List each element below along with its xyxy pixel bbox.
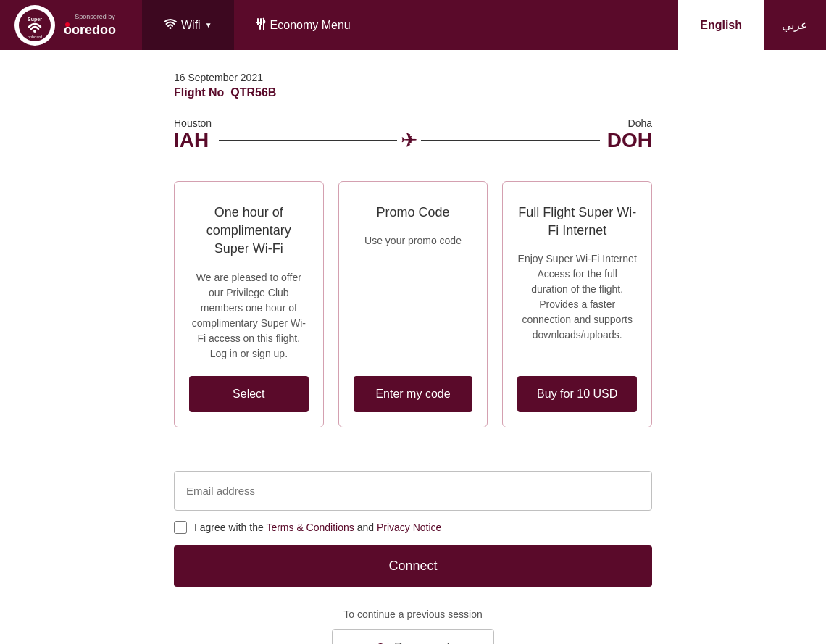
enter-code-button[interactable]: Enter my code — [354, 376, 473, 412]
svg-text:onboard: onboard — [28, 35, 42, 39]
card-promo: Promo Code Use your promo code Enter my … — [338, 181, 488, 427]
route-dest: Doha DOH — [607, 117, 652, 152]
buy-button[interactable]: Buy for 10 USD — [517, 376, 637, 412]
flight-code: QTR56B — [230, 86, 276, 99]
wifi-dropdown-icon: ▼ — [205, 21, 212, 29]
svg-rect-9 — [259, 25, 261, 30]
dest-city: Doha — [607, 117, 652, 129]
card-2-desc: Use your promo code — [364, 233, 462, 361]
reconnect-button[interactable]: ⟳ Reconnect — [332, 629, 494, 644]
terms-prefix: I agree with the — [194, 522, 264, 533]
svg-text:ooredoo: ooredoo — [64, 22, 116, 37]
origin-city: Houston — [174, 117, 212, 129]
wifi-options-cards: One hour of complimentary Super Wi-Fi We… — [174, 181, 652, 427]
wifi-nav-icon — [164, 18, 177, 33]
svg-rect-8 — [260, 18, 262, 25]
nav-wifi-label: Wifi — [181, 19, 201, 32]
logo-container: Super onboard Sponsored by ooredoo — [0, 5, 142, 46]
card-1-desc: We are pleased to offer our Privilege Cl… — [189, 270, 309, 361]
ooredoo-logo: Sponsored by ooredoo — [62, 13, 128, 38]
route-origin: Houston IAH — [174, 117, 212, 152]
nav-wifi[interactable]: Wifi ▼ — [142, 0, 234, 50]
origin-code: IAH — [174, 129, 212, 152]
line-right — [421, 140, 599, 141]
svg-rect-7 — [257, 18, 259, 25]
card-1-title: One hour of complimentary Super Wi-Fi — [189, 204, 309, 259]
card-full-flight: Full Flight Super Wi-Fi Internet Enjoy S… — [502, 181, 652, 427]
english-label: English — [700, 19, 742, 32]
flight-date: 16 September 2021 — [174, 72, 652, 83]
wifi-logo: Super onboard — [14, 5, 55, 46]
email-input[interactable] — [174, 471, 652, 511]
route-line: ✈ — [219, 128, 600, 152]
bottom-section: I agree with the Terms & Conditions and … — [0, 471, 826, 644]
terms-row: I agree with the Terms & Conditions and … — [174, 521, 652, 534]
reconnect-section: To continue a previous session ⟳ Reconne… — [174, 609, 652, 644]
privacy-notice-link[interactable]: Privacy Notice — [377, 522, 441, 533]
select-button[interactable]: Select — [189, 376, 309, 412]
terms-and: and — [357, 522, 377, 533]
header: Super onboard Sponsored by ooredoo — [0, 0, 826, 50]
card-3-title: Full Flight Super Wi-Fi Internet — [517, 204, 637, 240]
terms-conditions-link[interactable]: Terms & Conditions — [266, 522, 354, 533]
lang-english-button[interactable]: English — [678, 0, 764, 50]
nav-economy-menu[interactable]: Economy Menu — [234, 0, 372, 50]
plane-icon: ✈ — [401, 128, 417, 152]
card-2-title: Promo Code — [376, 204, 449, 222]
terms-text: I agree with the Terms & Conditions and … — [194, 522, 441, 533]
main-content: 16 September 2021 Flight No QTR56B Houst… — [0, 50, 826, 471]
lang-arabic-button[interactable]: عربي — [764, 0, 826, 50]
reconnect-icon: ⟳ — [376, 640, 387, 644]
card-complimentary: One hour of complimentary Super Wi-Fi We… — [174, 181, 324, 427]
svg-point-6 — [170, 27, 172, 29]
svg-text:Super: Super — [28, 17, 42, 22]
route-display: Houston IAH ✈ Doha DOH — [174, 117, 652, 152]
dest-code: DOH — [607, 129, 652, 152]
reconnect-label: To continue a previous session — [343, 609, 482, 620]
svg-point-2 — [33, 30, 36, 33]
flight-no-label: Flight No — [174, 86, 224, 99]
svg-point-5 — [65, 22, 70, 27]
card-3-desc: Enjoy Super Wi-Fi Internet Access for th… — [517, 251, 637, 361]
cutlery-icon — [256, 17, 266, 33]
flight-number: Flight No QTR56B — [174, 86, 652, 99]
nav-economy-label: Economy Menu — [270, 19, 351, 32]
connect-button[interactable]: Connect — [174, 545, 652, 587]
line-left — [219, 140, 397, 141]
reconnect-button-label: Reconnect — [394, 641, 450, 644]
arabic-label: عربي — [782, 18, 808, 32]
terms-checkbox[interactable] — [174, 521, 187, 534]
